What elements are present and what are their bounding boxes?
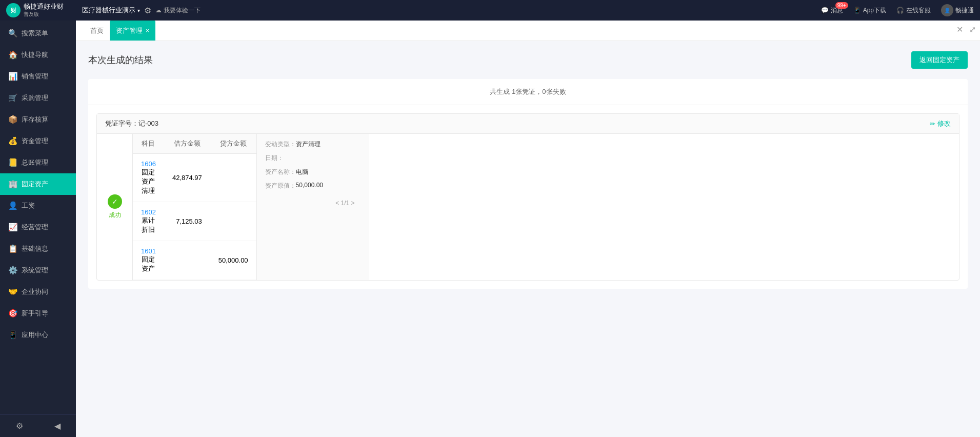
account-code-1[interactable]: 1602 bbox=[141, 208, 156, 216]
sidebar-item-inventory[interactable]: 📦 库存核算 bbox=[0, 109, 76, 130]
sidebar-item-label: 销售管理 bbox=[22, 72, 48, 81]
col-debit: 借方金额 bbox=[164, 134, 210, 154]
header-right: 💬 消息 99+ 📱 App下载 🎧 在线客服 👤 畅捷通 bbox=[821, 4, 974, 16]
sidebar-item-label: 快捷导航 bbox=[22, 50, 48, 59]
messages-button[interactable]: 💬 消息 99+ bbox=[821, 6, 843, 15]
content-area: 首页 资产管理 × ✕ ⤢ 本次生成的结果 返回固定资产 共生成 1张凭证，0张… bbox=[76, 21, 980, 437]
sidebar-item-basic-info[interactable]: 📋 基础信息 bbox=[0, 238, 76, 260]
sidebar-item-purchase[interactable]: 🛒 采购管理 bbox=[0, 87, 76, 109]
sidebar-item-label: 经营管理 bbox=[22, 223, 48, 232]
building-icon: 🏢 bbox=[8, 180, 17, 189]
logo-name: 畅捷通好业财 bbox=[24, 3, 64, 11]
apps-icon: 📱 bbox=[8, 330, 17, 340]
asset-value-row: 资产原值： 50,000.00 bbox=[265, 182, 361, 190]
success-icon: ✓ bbox=[108, 194, 122, 209]
avatar: 👤 bbox=[941, 4, 953, 16]
page-header: 本次生成的结果 返回固定资产 bbox=[88, 51, 968, 69]
tab-asset-management[interactable]: 资产管理 × bbox=[110, 21, 155, 41]
sidebar-item-payroll[interactable]: 👤 工资 bbox=[0, 195, 76, 216]
search-icon: 🔍 bbox=[8, 29, 17, 38]
logo-area: 财 畅捷通好业财 普及版 bbox=[6, 3, 82, 18]
cloud-icon: ☁ bbox=[155, 7, 162, 14]
change-type-label: 变动类型： bbox=[265, 140, 296, 149]
sidebar-item-system[interactable]: ⚙️ 系统管理 bbox=[0, 260, 76, 281]
system-icon: ⚙️ bbox=[8, 266, 17, 275]
asset-value-label: 资产原值： bbox=[265, 182, 296, 190]
online-service-button[interactable]: 🎧 在线客服 bbox=[896, 6, 931, 15]
sidebar-item-label: 企业协同 bbox=[22, 287, 48, 296]
home-icon: 🏠 bbox=[8, 50, 17, 59]
account-cell: 1606 固定资产清理 bbox=[133, 154, 164, 202]
sidebar-item-label: 固定资产 bbox=[22, 180, 48, 189]
page-content: ✕ ⤢ 本次生成的结果 返回固定资产 共生成 1张凭证，0张失败 凭证字号：记-… bbox=[76, 41, 980, 437]
cart-icon: 🛒 bbox=[8, 93, 17, 103]
app-download-button[interactable]: 📱 App下载 bbox=[853, 6, 886, 15]
change-type-row: 变动类型： 资产清理 bbox=[265, 140, 361, 149]
sidebar-item-finance[interactable]: 💰 资金管理 bbox=[0, 130, 76, 152]
sidebar-item-fixed-assets[interactable]: 🏢 固定资产 bbox=[0, 173, 76, 195]
handshake-icon: 🤝 bbox=[8, 287, 17, 296]
col-credit: 贷方金额 bbox=[210, 134, 256, 154]
date-row: 日期： bbox=[265, 154, 361, 163]
sidebar-item-sales[interactable]: 📊 销售管理 bbox=[0, 66, 76, 87]
table-row: 1601 固定资产 50,000.00 bbox=[133, 241, 256, 280]
result-panel: 共生成 1张凭证，0张失败 凭证字号：记-003 ✏ 修改 bbox=[88, 79, 968, 289]
voucher-edit-button[interactable]: ✏ 修改 bbox=[930, 119, 951, 128]
return-button[interactable]: 返回固定资产 bbox=[911, 51, 968, 69]
sidebar-item-label: 应用中心 bbox=[22, 330, 48, 340]
user-menu[interactable]: 👤 畅捷通 bbox=[941, 4, 974, 16]
debit-cell-2 bbox=[164, 241, 210, 280]
sidebar-item-beginner[interactable]: 🎯 新手引导 bbox=[0, 303, 76, 324]
sidebar-item-label: 工资 bbox=[22, 201, 35, 210]
account-name-1: 累计折旧 bbox=[142, 216, 155, 233]
logo-icon: 财 bbox=[6, 3, 21, 17]
tab-close-icon[interactable]: × bbox=[146, 28, 149, 34]
voucher-header: 凭证字号：记-003 ✏ 修改 bbox=[97, 114, 959, 134]
sidebar-nav: 🔍 搜索菜单 🏠 快捷导航 📊 销售管理 🛒 采购管理 📦 库存核算 💰 bbox=[0, 21, 76, 414]
change-type-value: 资产清理 bbox=[296, 140, 321, 149]
result-summary: 共生成 1张凭证，0张失败 bbox=[88, 79, 968, 105]
logo-sub: 普及版 bbox=[24, 11, 64, 18]
settings-icon[interactable]: ⚙ bbox=[144, 6, 151, 15]
account-code-2[interactable]: 1601 bbox=[141, 247, 156, 255]
headset-icon: 🎧 bbox=[896, 7, 904, 14]
sidebar-item-label: 库存核算 bbox=[22, 115, 48, 124]
company-selector[interactable]: 医疗器械行业演示 ▾ bbox=[82, 6, 140, 15]
credit-cell-2: 50,000.00 bbox=[210, 241, 256, 280]
box-icon: 📦 bbox=[8, 115, 17, 124]
sidebar-item-enterprise[interactable]: 🤝 企业协同 bbox=[0, 281, 76, 303]
sidebar-item-operations[interactable]: 📈 经营管理 bbox=[0, 216, 76, 238]
pagination[interactable]: < 1/1 > bbox=[265, 195, 361, 211]
sidebar-item-search[interactable]: 🔍 搜索菜单 bbox=[0, 23, 76, 44]
voucher-table: 科目 借方金额 贷方金额 1606 bbox=[133, 134, 256, 280]
list-icon: 📋 bbox=[8, 244, 17, 253]
person-icon: 👤 bbox=[8, 201, 17, 210]
edit-icon: ✏ bbox=[930, 120, 935, 128]
sidebar-item-label: 采购管理 bbox=[22, 93, 48, 103]
asset-name-row: 资产名称： 电脑 bbox=[265, 168, 361, 176]
experience-button[interactable]: ☁ 我要体验一下 bbox=[155, 6, 201, 15]
date-label: 日期： bbox=[265, 154, 296, 163]
sidebar-item-label: 系统管理 bbox=[22, 266, 48, 275]
voucher-section: 凭证字号：记-003 ✏ 修改 ✓ bbox=[96, 113, 959, 281]
sidebar-item-label: 搜索菜单 bbox=[22, 29, 48, 38]
sidebar-collapse-button[interactable]: ◀ bbox=[52, 419, 63, 433]
account-code-0[interactable]: 1606 bbox=[141, 160, 156, 168]
sidebar-item-ledger[interactable]: 📒 总账管理 bbox=[0, 152, 76, 173]
asset-name-value: 电脑 bbox=[296, 168, 308, 176]
header-middle: 医疗器械行业演示 ▾ ⚙ ☁ 我要体验一下 bbox=[82, 6, 821, 15]
page-title: 本次生成的结果 bbox=[88, 54, 153, 66]
table-row: 1606 固定资产清理 42,874.97 bbox=[133, 154, 256, 202]
table-row: 1602 累计折旧 7,125.03 bbox=[133, 202, 256, 241]
sidebar-item-quick-nav[interactable]: 🏠 快捷导航 bbox=[0, 44, 76, 66]
credit-cell-1 bbox=[210, 202, 256, 241]
col-account: 科目 bbox=[133, 134, 164, 154]
chart-icon: 📊 bbox=[8, 72, 17, 81]
account-name-0: 固定资产清理 bbox=[142, 168, 155, 194]
company-name: 医疗器械行业演示 bbox=[82, 6, 135, 15]
sidebar-bottom: ⚙ ◀ bbox=[0, 414, 76, 437]
tab-home[interactable]: 首页 bbox=[84, 21, 110, 41]
sidebar-item-app-center[interactable]: 📱 应用中心 bbox=[0, 324, 76, 346]
account-cell: 1601 固定资产 bbox=[133, 241, 164, 280]
sidebar-settings-button[interactable]: ⚙ bbox=[14, 419, 25, 433]
